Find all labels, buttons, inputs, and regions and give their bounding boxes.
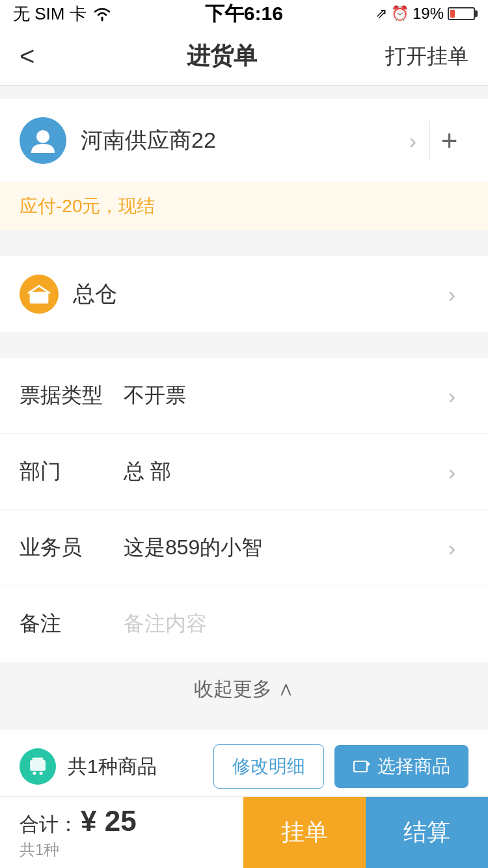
salesman-value: 这是859的小智 bbox=[124, 534, 448, 562]
add-supplier-button[interactable]: + bbox=[429, 121, 468, 160]
avatar-icon bbox=[28, 126, 58, 156]
open-suspend-button[interactable]: 打开挂单 bbox=[385, 42, 468, 71]
warehouse-row[interactable]: 总仓 › bbox=[0, 256, 488, 332]
svg-rect-1 bbox=[30, 292, 49, 303]
select-product-icon bbox=[353, 757, 371, 776]
suspend-button[interactable]: 挂单 bbox=[243, 797, 366, 868]
location-icon: ⇗ bbox=[375, 5, 387, 22]
status-bar: 无 SIM 卡 下午6:16 ⇗ ⏰ 19% bbox=[0, 0, 488, 27]
products-count: 共1种商品 bbox=[68, 753, 213, 780]
salesman-row[interactable]: 业务员 这是859的小智 › bbox=[0, 510, 488, 586]
collapse-bar[interactable]: 收起更多 ∧ bbox=[0, 662, 488, 717]
total-amount: ¥ 25 bbox=[81, 805, 137, 837]
warehouse-icon bbox=[20, 275, 59, 314]
total-area: 合计： ¥ 25 共1种 bbox=[0, 797, 243, 868]
select-product-label: 选择商品 bbox=[377, 754, 450, 779]
gap1 bbox=[0, 86, 488, 99]
total-label: 合计： bbox=[20, 811, 78, 838]
status-time: 下午6:16 bbox=[205, 1, 283, 27]
department-value: 总 部 bbox=[124, 457, 448, 486]
svg-rect-2 bbox=[30, 760, 46, 771]
svg-point-3 bbox=[33, 772, 36, 775]
battery-icon bbox=[448, 7, 475, 20]
supplier-name: 河南供应商22 bbox=[81, 126, 409, 156]
department-chevron-icon: › bbox=[448, 459, 455, 485]
department-row[interactable]: 部门 总 部 › bbox=[0, 434, 488, 510]
salesman-label: 业务员 bbox=[20, 534, 111, 562]
warehouse-chevron-icon: › bbox=[448, 282, 455, 307]
page-title: 进货单 bbox=[187, 40, 257, 72]
status-right-area: ⇗ ⏰ 19% bbox=[375, 5, 475, 23]
department-label: 部门 bbox=[20, 457, 111, 486]
svg-rect-5 bbox=[354, 761, 367, 772]
back-button[interactable]: < bbox=[20, 42, 59, 71]
products-header: 共1种商品 修改明细 选择商品 bbox=[0, 730, 488, 804]
battery-text: 19% bbox=[413, 5, 444, 23]
products-icon bbox=[20, 748, 56, 785]
battery-fill bbox=[450, 10, 455, 18]
supplier-section: 河南供应商22 › + 应付-20元，现结 bbox=[0, 99, 488, 230]
alarm-icon: ⏰ bbox=[391, 5, 409, 22]
select-product-button[interactable]: 选择商品 bbox=[334, 745, 468, 788]
status-carrier: 无 SIM 卡 bbox=[13, 3, 113, 25]
svg-point-4 bbox=[40, 772, 43, 775]
gap4 bbox=[0, 717, 488, 730]
warehouse-name: 总仓 bbox=[73, 279, 448, 309]
gap3 bbox=[0, 332, 488, 345]
checkout-button[interactable]: 结算 bbox=[366, 797, 488, 868]
remark-row[interactable]: 备注 备注内容 bbox=[0, 586, 488, 662]
ticket-type-value: 不开票 bbox=[124, 381, 448, 410]
ticket-type-row[interactable]: 票据类型 不开票 › bbox=[0, 358, 488, 434]
nav-bar: < 进货单 打开挂单 bbox=[0, 27, 488, 86]
svg-point-0 bbox=[36, 130, 49, 143]
ticket-type-chevron-icon: › bbox=[448, 383, 455, 409]
bottom-bar: 合计： ¥ 25 共1种 挂单 结算 bbox=[0, 796, 488, 868]
gap2 bbox=[0, 230, 488, 243]
form-section: 票据类型 不开票 › 部门 总 部 › 业务员 这是859的小智 › 备注 备注… bbox=[0, 358, 488, 662]
remark-input[interactable]: 备注内容 bbox=[124, 610, 468, 638]
warehouse-section: 总仓 › bbox=[0, 256, 488, 332]
carrier-text: 无 SIM 卡 bbox=[13, 3, 87, 25]
supplier-avatar bbox=[20, 117, 66, 164]
cart-svg bbox=[27, 755, 49, 778]
salesman-chevron-icon: › bbox=[448, 536, 455, 561]
supplier-row[interactable]: 河南供应商22 › + bbox=[0, 99, 488, 182]
supplier-notice: 应付-20元，现结 bbox=[0, 182, 488, 230]
supplier-chevron-icon: › bbox=[409, 128, 416, 154]
modify-detail-button[interactable]: 修改明细 bbox=[213, 744, 324, 789]
ticket-type-label: 票据类型 bbox=[20, 381, 111, 410]
warehouse-svg bbox=[27, 282, 51, 306]
wifi-icon bbox=[92, 6, 113, 21]
remark-label: 备注 bbox=[20, 610, 111, 638]
total-count: 共1种 bbox=[20, 839, 224, 860]
